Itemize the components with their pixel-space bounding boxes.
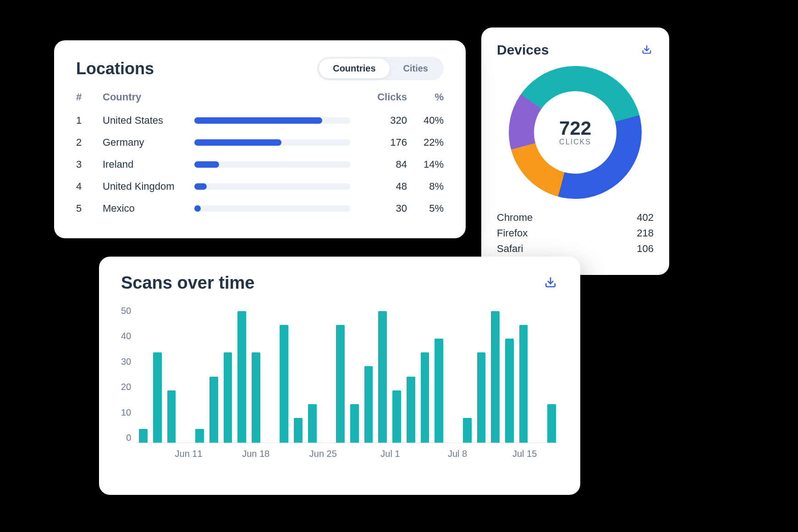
scans-card: Scans over time 50403020100 Jun 11Jun 18…	[99, 257, 580, 495]
rank-cell: 5	[76, 203, 103, 214]
country-cell: Ireland	[103, 159, 194, 170]
chart-bar	[364, 366, 373, 443]
browser-count: 402	[637, 212, 654, 224]
locations-table-header: # Country Clicks %	[76, 91, 444, 103]
table-row: 1United States32040%	[76, 110, 444, 132]
percent-cell: 40%	[407, 115, 444, 126]
devices-card: Devices 722 CLICKS Chrome402Firefox218Sa…	[481, 27, 669, 275]
bar-fill	[194, 205, 201, 212]
chart-bar	[294, 418, 303, 443]
chart-bar	[224, 352, 232, 443]
chart-bar	[153, 352, 162, 443]
table-row: 3Ireland8414%	[76, 154, 444, 176]
country-cell: United States	[103, 115, 194, 126]
x-tick: Jun 18	[222, 449, 290, 459]
table-row: 5Mexico305%	[76, 197, 444, 219]
scans-title: Scans over time	[121, 273, 254, 293]
locations-title: Locations	[76, 59, 154, 78]
devices-download-button[interactable]	[640, 43, 654, 58]
chart-bar	[139, 429, 148, 443]
scans-y-axis: 50403020100	[121, 306, 137, 443]
chart-bar	[336, 325, 345, 443]
tab-countries[interactable]: Countries	[319, 59, 389, 78]
chart-bar	[209, 377, 218, 443]
chart-bar	[407, 377, 415, 443]
chart-bar	[237, 311, 246, 443]
chart-bar	[252, 352, 260, 443]
y-tick: 30	[121, 356, 131, 367]
percent-cell: 22%	[407, 137, 444, 148]
rank-cell: 2	[76, 137, 103, 148]
devices-donut-chart: 722 CLICKS	[509, 66, 642, 199]
clicks-cell: 176	[366, 137, 407, 148]
x-tick: Jul 1	[357, 449, 424, 459]
rank-cell: 4	[76, 181, 103, 192]
tab-cities[interactable]: Cities	[390, 59, 442, 78]
browser-name: Safari	[497, 243, 523, 255]
device-row: Chrome402	[497, 210, 654, 225]
col-rank: #	[76, 91, 103, 103]
device-row: Safari106	[497, 241, 654, 257]
y-tick: 0	[126, 433, 131, 443]
table-row: 4United Kingdom488%	[76, 176, 444, 197]
devices-donut-wrap: 722 CLICKS	[497, 66, 654, 199]
rank-cell: 1	[76, 115, 103, 126]
bar-track	[194, 117, 350, 124]
chart-bar	[519, 325, 528, 443]
scans-plot: Jun 11Jun 18Jun 25Jul 1Jul 8Jul 15	[137, 306, 558, 471]
clicks-cell: 320	[366, 115, 407, 126]
country-cell: Germany	[103, 137, 194, 148]
locations-segmented-control: Countries Cities	[317, 57, 444, 80]
percent-cell: 8%	[407, 181, 444, 192]
clicks-cell: 48	[366, 181, 407, 192]
devices-total-label: CLICKS	[559, 138, 591, 146]
country-cell: Mexico	[103, 203, 194, 214]
devices-title: Devices	[497, 42, 549, 58]
chart-bar	[547, 404, 556, 443]
chart-bar	[392, 390, 401, 443]
percent-cell: 5%	[407, 203, 444, 214]
bar-fill	[194, 139, 281, 146]
chart-bar	[350, 404, 359, 443]
browser-count: 218	[637, 227, 654, 239]
chart-bar	[195, 429, 204, 443]
chart-bar	[167, 390, 176, 443]
scans-chart-area: 50403020100 Jun 11Jun 18Jun 25Jul 1Jul 8…	[121, 306, 558, 471]
scans-header: Scans over time	[121, 273, 558, 293]
col-percent: %	[407, 91, 444, 103]
rank-cell: 3	[76, 159, 103, 170]
bar-track	[194, 183, 350, 190]
bar-track	[194, 139, 350, 146]
x-tick: Jul 15	[491, 449, 558, 459]
bar-track	[194, 205, 350, 212]
chart-bar	[505, 339, 514, 443]
scans-bars	[137, 306, 558, 443]
y-tick: 50	[121, 306, 131, 316]
country-cell: United Kingdom	[103, 181, 194, 192]
chart-bar	[308, 404, 317, 443]
locations-card: Locations Countries Cities # Country Cli…	[54, 40, 466, 238]
y-tick: 10	[121, 407, 131, 418]
x-tick: Jun 25	[290, 449, 357, 459]
locations-header: Locations Countries Cities	[76, 57, 444, 80]
bar-track	[194, 161, 350, 168]
browser-name: Chrome	[497, 212, 533, 224]
scans-download-button[interactable]	[543, 274, 558, 291]
locations-table: # Country Clicks % 1United States32040%2…	[76, 91, 444, 219]
download-icon	[545, 283, 556, 290]
y-tick: 40	[121, 331, 131, 341]
col-country: Country	[103, 91, 194, 103]
devices-header: Devices	[497, 42, 654, 58]
devices-total-number: 722	[559, 119, 591, 138]
bar-fill	[194, 161, 219, 168]
x-tick: Jul 8	[424, 449, 491, 459]
chart-bar	[477, 352, 486, 443]
scans-x-axis: Jun 11Jun 18Jun 25Jul 1Jul 8Jul 15	[137, 449, 558, 459]
devices-donut-center: 722 CLICKS	[534, 91, 616, 174]
percent-cell: 14%	[407, 159, 444, 170]
clicks-cell: 30	[366, 203, 407, 214]
bar-fill	[194, 183, 207, 190]
clicks-cell: 84	[366, 159, 407, 170]
x-tick: Jun 11	[155, 449, 222, 459]
chart-bar	[378, 311, 387, 443]
